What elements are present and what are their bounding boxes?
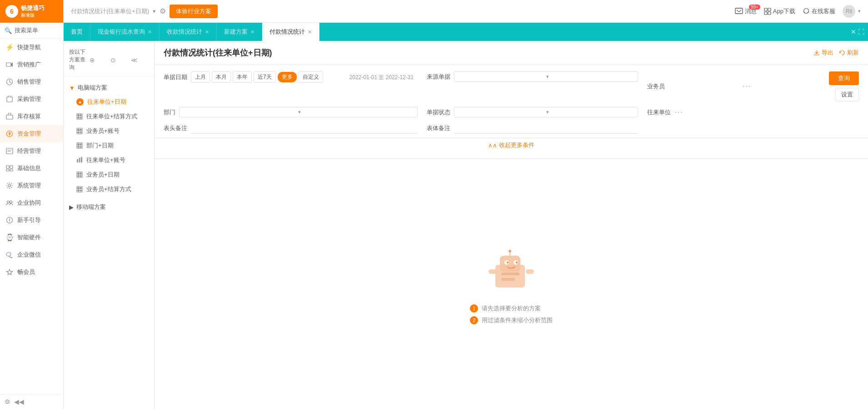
mobile-scheme-title[interactable]: ▶ 移动端方案 [64, 200, 154, 214]
voucher-status-select[interactable]: ▾ [454, 107, 639, 117]
svg-rect-35 [526, 269, 534, 274]
online-service-label: 在线客服 [812, 7, 835, 15]
tab-collection-close[interactable]: ✕ [205, 29, 209, 35]
sidebar-item-basic[interactable]: 基础信息 [0, 160, 63, 177]
inventory-icon [5, 112, 14, 121]
collapse-panel-icon[interactable]: ≪ [131, 56, 149, 64]
guide-icon [5, 216, 14, 224]
scheme-item-staff-settle[interactable]: 业务员+结算方式 [64, 182, 154, 197]
tabs-expand-icon[interactable]: ⛶ [858, 28, 864, 35]
collapse-sidebar-icon[interactable]: ◀◀ [14, 398, 24, 405]
desktop-scheme-title[interactable]: ▼ 电脑端方案 [64, 81, 154, 95]
topbar-right: 消息 99+ App下载 在线客服 Rit ▾ [735, 5, 861, 18]
svg-rect-7 [6, 166, 9, 168]
body-note-input[interactable] [454, 123, 639, 134]
left-panel-title: 按以下方案查询 [69, 48, 87, 71]
tab-new-scheme-close[interactable]: ✕ [250, 29, 254, 35]
trial-btn[interactable]: 体验行业方案 [170, 5, 218, 18]
sidebar-item-hardware[interactable]: ⌚ 智能硬件 [0, 229, 63, 246]
app-download-icon [764, 8, 771, 15]
sidebar-item-sales[interactable]: 销售管理 [0, 73, 63, 91]
scheme-item-staff-account[interactable]: 业务员+账号 [64, 124, 154, 138]
staff-account-icon [76, 128, 83, 134]
partner-date-label: 往来单位+日期 [87, 98, 126, 106]
source-voucher-select[interactable]: ▾ [454, 71, 639, 82]
add-scheme-icon[interactable]: ⊕ [90, 56, 107, 64]
message-btn[interactable]: 消息 99+ [735, 7, 757, 15]
sidebar-item-enterprise[interactable]: 企业协同 [0, 194, 63, 212]
sidebar-item-member[interactable]: 畅会员 [0, 263, 63, 281]
scheme-item-partner-settle[interactable]: 往来单位+结算方式 [64, 109, 154, 124]
left-panel: 按以下方案查询 ⊕ ⊙ ≪ ▼ 电脑端方案 ● 往来单位+日期 [64, 41, 155, 409]
date-btn-this-month[interactable]: 本月 [212, 71, 231, 83]
app-download-btn[interactable]: App下载 [764, 7, 795, 15]
header-note-input[interactable] [191, 123, 418, 134]
member-icon [5, 268, 14, 276]
query-btn[interactable]: 查询 [829, 71, 859, 85]
search-menu[interactable]: 🔍 搜索菜单 [0, 23, 63, 39]
svg-point-12 [7, 201, 10, 203]
scheme-item-staff-date[interactable]: 业务员+日期 [64, 167, 154, 182]
date-btn-this-year[interactable]: 本年 [233, 71, 252, 83]
sidebar-item-quick-nav[interactable]: ⚡ 快捷导航 [0, 39, 63, 56]
tab-cashflow[interactable]: 现金银行流水查询 ✕ [90, 23, 160, 41]
collapse-filter-btn[interactable]: ∧∧ 收起更多条件 [155, 138, 868, 152]
tab-home[interactable]: 首页 [64, 23, 90, 41]
refresh-btn[interactable]: 刷新 [839, 49, 859, 57]
page-title: 付款情况统计(往来单位+日期) [164, 47, 813, 58]
sidebar-nav: ⚡ 快捷导航 营销推广 销售管理 采购管理 库存核算 [0, 39, 63, 394]
dept-label: 部门 [164, 108, 175, 116]
tab-new-scheme[interactable]: 新建方案 ✕ [217, 23, 262, 41]
online-service-btn[interactable]: 在线客服 [803, 7, 835, 15]
topbar-dropdown-icon[interactable]: ▾ [153, 8, 156, 15]
settings-scheme-icon[interactable]: ⊙ [110, 56, 128, 64]
sidebar-item-operation[interactable]: 经营管理 [0, 142, 63, 160]
voucher-status-label: 单据状态 [427, 108, 450, 116]
tab-payment[interactable]: 付款情况统计 ✕ [262, 23, 319, 41]
date-btn-custom[interactable]: 自定义 [299, 71, 323, 83]
sidebar-item-purchase[interactable]: 采购管理 [0, 91, 63, 108]
left-panel-header: 按以下方案查询 ⊕ ⊙ ≪ [64, 45, 154, 76]
svg-rect-6 [6, 148, 13, 154]
sidebar-item-wechat[interactable]: 企业微信 [0, 246, 63, 263]
filter-actions: 查询 设置 [829, 71, 859, 101]
partner-settle-icon [76, 113, 83, 120]
tabs-close-all-icon[interactable]: ✕ [851, 28, 856, 35]
step-1-num: 1 [470, 304, 478, 313]
staff-settle-label: 业务员+结算方式 [86, 185, 131, 193]
dept-arrow: ▾ [298, 109, 413, 115]
sidebar-item-guide[interactable]: 新手引导 [0, 212, 63, 229]
topbar-settings-icon[interactable]: ⚙ [160, 7, 166, 15]
tab-cashflow-close[interactable]: ✕ [148, 29, 152, 35]
purchase-icon [5, 95, 14, 103]
sidebar-item-inventory[interactable]: 库存核算 [0, 108, 63, 125]
date-btn-7days[interactable]: 近7天 [254, 71, 276, 83]
scheme-item-partner-date[interactable]: ● 往来单位+日期 [64, 95, 154, 109]
dropdown-icon: ▾ [858, 8, 861, 14]
staff-select-dots[interactable]: ··· [743, 82, 751, 91]
staff-label: 业务员 [647, 82, 665, 91]
scheme-item-dept-date[interactable]: 部门+日期 [64, 138, 154, 153]
export-btn[interactable]: 导出 [813, 49, 833, 57]
sidebar-item-capital[interactable]: 资金管理 [0, 125, 63, 142]
svg-rect-19 [768, 8, 771, 11]
settings-footer-icon[interactable]: ⚙ [5, 398, 10, 405]
marketing-label: 营销推广 [17, 61, 41, 69]
dept-select[interactable]: ▾ [179, 107, 418, 117]
user-area[interactable]: Rit ▾ [843, 5, 861, 18]
sidebar-item-marketing[interactable]: 营销推广 [0, 56, 63, 73]
partner-select-dots[interactable]: ··· [674, 108, 683, 116]
setting-btn[interactable]: 设置 [835, 88, 859, 101]
scheme-item-partner-account[interactable]: 往来单位+账号 [64, 153, 154, 167]
app-name: 畅捷通巧 [21, 4, 45, 12]
date-btn-last-month[interactable]: 上月 [191, 71, 210, 83]
user-avatar: Rit [843, 5, 855, 18]
date-btn-more[interactable]: 更多 [278, 72, 297, 82]
refresh-icon [839, 50, 845, 56]
svg-rect-21 [768, 12, 771, 15]
tab-payment-close[interactable]: ✕ [308, 29, 312, 35]
sidebar-item-system[interactable]: 系统管理 [0, 177, 63, 194]
voucher-status-arrow: ▾ [546, 109, 634, 115]
desktop-scheme-section: ▼ 电脑端方案 ● 往来单位+日期 往来单位+结算方式 [64, 79, 154, 198]
tab-collection[interactable]: 收款情况统计 ✕ [160, 23, 217, 41]
